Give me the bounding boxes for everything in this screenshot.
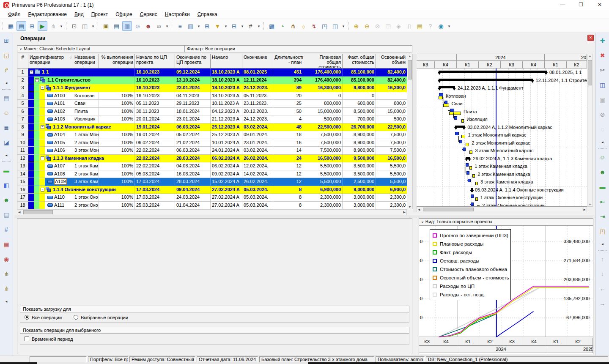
- cell-earned[interactable]: 5,500,0: [376, 178, 407, 186]
- table-horizontal-scrollbar[interactable]: ◀▶: [17, 209, 407, 215]
- cell-bl_finish[interactable]: 04.11.2023: [175, 92, 211, 100]
- percent-complete-cell[interactable]: 100%: [99, 115, 135, 123]
- cell-finish[interactable]: 05.03.2024.: [242, 202, 273, 210]
- pointer-icon[interactable]: ▶: [38, 21, 47, 31]
- table-row-7[interactable]: 7A103Изоляция100%20.01.202423.01.202421.…: [17, 115, 407, 123]
- activity-id-cell[interactable]: A103: [28, 115, 73, 123]
- baseline-bar[interactable]: [469, 151, 472, 154]
- activity-id-cell[interactable]: A107: [28, 162, 73, 170]
- activity-name-cell[interactable]: 1 этаж Кам: [73, 162, 99, 170]
- reports-icon[interactable]: ≣: [2, 123, 11, 133]
- assign-successor-icon[interactable]: ⇥: [598, 212, 607, 222]
- group-sort-icon[interactable]: ≡: [175, 21, 185, 31]
- cell-actual[interactable]: 85,100,000: [343, 68, 376, 77]
- cell-dur[interactable]: 12: [273, 178, 303, 186]
- column-header-bl_start[interactable]: Начало по ЦП проекта: [135, 54, 175, 68]
- cell-earned[interactable]: 500,0: [376, 115, 407, 123]
- cell-dur[interactable]: 48: [273, 123, 303, 131]
- issues-icon[interactable]: ◉: [2, 255, 11, 264]
- cell-bl_start[interactable]: 16.10.2023: [135, 84, 175, 92]
- cell-earned[interactable]: 5,500,0: [376, 162, 407, 170]
- column-header-id[interactable]: Идентификатор операции▽: [28, 54, 73, 68]
- menu-enterprise[interactable]: Общие: [112, 10, 136, 19]
- scroll-arrow-icon[interactable]: ◀: [18, 211, 20, 214]
- layout-icon[interactable]: ⊟: [229, 21, 239, 31]
- cell-bl_start[interactable]: 05.11.2023: [135, 100, 175, 108]
- overflow-chevron-icon[interactable]: ▾: [341, 21, 346, 31]
- bars-icon[interactable]: ▥: [122, 21, 132, 31]
- cell-planned[interactable]: 16,300,000: [303, 84, 343, 92]
- cell-dur[interactable]: 25: [273, 100, 303, 108]
- cell-earned[interactable]: 82,400,0: [376, 68, 407, 77]
- cell-actual[interactable]: 2,500,000: [343, 178, 376, 186]
- activity-id-cell[interactable]: A111: [28, 202, 73, 210]
- cell-finish[interactable]: 03.02.2024.: [242, 123, 273, 131]
- cell-bl_start[interactable]: 16.10.2023: [135, 92, 175, 100]
- actual-bar[interactable]: [444, 101, 447, 104]
- cell-dur[interactable]: 14: [273, 147, 303, 155]
- cell-actual[interactable]: 9,500,000: [343, 155, 376, 163]
- menu-tools[interactable]: Сервис: [136, 10, 161, 19]
- cell-start[interactable]: 27.02.2024 A: [211, 194, 242, 202]
- activity-id-cell[interactable]: A104: [28, 131, 73, 139]
- cell-planned[interactable]: 7,500,000: [303, 147, 343, 155]
- cell-earned[interactable]: 7,500,0: [376, 131, 407, 139]
- cell-earned[interactable]: 5,500,0: [376, 170, 407, 178]
- notebook-icon[interactable]: ▤: [415, 21, 425, 31]
- move-right-icon[interactable]: →: [598, 299, 607, 309]
- cell-start[interactable]: 10.11.2023 A: [211, 100, 242, 108]
- scroll-arrow-icon[interactable]: ▲: [407, 55, 412, 57]
- cell-bl_start[interactable]: 05.03.2024: [135, 170, 175, 178]
- summary-bar[interactable]: [439, 71, 547, 73]
- cell-bl_start[interactable]: 19.01.2024: [135, 123, 175, 131]
- summary-bar[interactable]: [439, 79, 533, 81]
- cell-earned[interactable]: 16,300,0: [376, 84, 407, 92]
- activity-name-cell[interactable]: 3 этаж Кам: [73, 178, 99, 186]
- cell-bl_start[interactable]: 16.10.2023: [135, 68, 175, 77]
- schedule-icon[interactable]: ↯: [309, 21, 319, 31]
- cell-finish[interactable]: 26.02.2024.: [242, 178, 273, 186]
- assignments-icon[interactable]: ☻: [2, 196, 11, 205]
- cell-earned[interactable]: 7,500,0: [376, 139, 407, 147]
- cell-dur[interactable]: 12: [273, 170, 303, 178]
- activity-id-cell[interactable]: A102: [28, 108, 73, 116]
- close-view-icon[interactable]: ✕: [587, 35, 594, 41]
- expenses-icon[interactable]: #: [2, 225, 11, 235]
- column-header-finish[interactable]: Окончание: [242, 54, 273, 68]
- cell-bl_start[interactable]: 22.02.2024: [135, 155, 175, 163]
- percent-complete-cell[interactable]: 100%: [99, 162, 135, 170]
- actual-bar[interactable]: [471, 203, 474, 206]
- baseline-bar[interactable]: [439, 96, 443, 99]
- table-row-18[interactable]: 18A1112 этаж Око100%25.03.202401.04.2024…: [17, 202, 407, 210]
- cell-planned[interactable]: 5,500,000: [303, 170, 343, 178]
- column-header-start[interactable]: Начало: [211, 54, 242, 68]
- menu-help[interactable]: Справка: [194, 10, 221, 19]
- all-activities-radio[interactable]: [25, 315, 29, 320]
- documents-icon[interactable]: ▤: [2, 211, 11, 220]
- collapse-icon[interactable]: −: [41, 125, 44, 129]
- table-row-10[interactable]: 10A1052 этаж Мон100%06.02.202421.02.2024…: [17, 139, 407, 147]
- projects-icon[interactable]: ▤: [2, 94, 11, 103]
- table-icon[interactable]: ⊞: [202, 21, 212, 31]
- column-header-name[interactable]: Название операции: [73, 54, 99, 68]
- copy-icon[interactable]: ◫: [598, 81, 607, 90]
- time-period-checkbox[interactable]: [25, 337, 29, 341]
- cell-earned[interactable]: 6,900,0: [376, 186, 407, 194]
- cell-actual[interactable]: 0: [343, 92, 376, 100]
- move-left-icon[interactable]: ←: [598, 285, 607, 294]
- table-row-5[interactable]: 5A101Сваи100%05.11.202329.11.202310.11.2…: [17, 100, 407, 108]
- cell-earned[interactable]: 800,0: [376, 100, 407, 108]
- cell-finish[interactable]: 05.11.2023.: [242, 92, 273, 100]
- gantt-vertical-scrollbar[interactable]: ▲▼: [587, 54, 593, 207]
- scroll-thumb[interactable]: [588, 60, 592, 85]
- column-header-actual[interactable]: Факт. общая стоимость: [343, 54, 376, 68]
- summary-cell[interactable]: −1 1: [28, 68, 135, 77]
- cell-dur[interactable]: 12: [273, 162, 303, 170]
- collapse-icon[interactable]: −: [35, 78, 39, 82]
- cell-planned[interactable]: 2,300,000: [303, 194, 343, 202]
- cell-start[interactable]: 18.10.2023 A: [211, 92, 242, 100]
- actual-bar[interactable]: [439, 93, 443, 96]
- cell-bl_start[interactable]: 20.01.2024: [135, 115, 175, 123]
- activity-name-cell[interactable]: Изоляция: [73, 115, 99, 123]
- cell-bl_finish[interactable]: 09.04.2024: [175, 186, 211, 194]
